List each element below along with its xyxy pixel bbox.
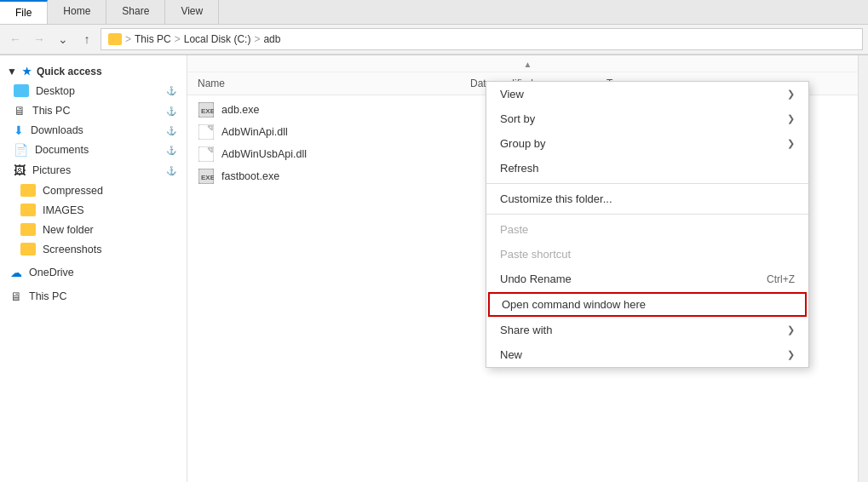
svg-text:EXE: EXE [201,107,214,115]
pin-icon: ⚓ [166,86,176,95]
dll-icon-2 [198,146,215,163]
sidebar-item-thispc-small[interactable]: 🖥 This PC ⚓ [0,100,187,121]
recent-locations-button[interactable]: ⌄ [53,29,73,49]
quick-access-label: Quick access [37,66,102,77]
pin-icon-5: ⚓ [166,166,176,175]
tab-share[interactable]: Share [106,0,165,24]
ctx-sort-by-label: Sort by [500,112,787,125]
downloads-icon: ⬇ [14,124,24,136]
col-name-header: Name [198,77,470,89]
sidebar-item-pictures[interactable]: 🖼 Pictures ⚓ [0,160,187,181]
exe-icon-1: EXE [198,101,215,118]
pin-icon-4: ⚓ [166,146,176,155]
path-separator-3: > [254,33,260,45]
pin-icon-2: ⚓ [166,106,176,116]
downloads-label: Downloads [31,124,159,136]
images-folder-icon [20,204,36,216]
onedrive-icon: ☁ [10,266,22,279]
ctx-open-command[interactable]: Open command window here [488,292,807,317]
ctx-undo-rename[interactable]: Undo Rename Ctrl+Z [486,267,808,291]
ctx-open-command-label: Open command window here [502,298,793,311]
path-separator-2: > [175,33,181,45]
up-button[interactable]: ↑ [77,29,97,49]
desktop-label: Desktop [36,85,159,97]
ctx-undo-rename-label: Undo Rename [500,273,767,285]
sidebar-item-screenshots[interactable]: Screenshots [0,239,187,259]
tab-home[interactable]: Home [48,0,106,24]
chevron-down-icon: ▼ [7,66,17,77]
sidebar-item-documents[interactable]: 📄 Documents ⚓ [0,140,187,160]
ctx-customize-label: Customize this folder... [500,192,795,205]
quick-access-section: ▼ ★ Quick access Desktop ⚓ 🖥 This PC ⚓ ⬇… [0,62,187,259]
pin-icon-3: ⚓ [166,126,176,135]
main-area: ▼ ★ Quick access Desktop ⚓ 🖥 This PC ⚓ ⬇… [0,55,868,482]
desktop-folder-icon [14,84,29,97]
ctx-group-by[interactable]: Group by ❯ [486,131,808,156]
thispc-main-label: This PC [29,290,176,302]
thispc-section: 🖥 This PC [0,286,187,307]
exe-icon-2: EXE [198,168,215,185]
documents-label: Documents [35,144,159,156]
path-adb[interactable]: adb [263,33,280,45]
ctx-new[interactable]: New ❯ [486,342,808,367]
address-bar: ← → ⌄ ↑ > This PC > Local Disk (C:) > ad… [0,25,868,55]
pictures-icon: 🖼 [14,164,26,177]
address-path[interactable]: > This PC > Local Disk (C:) > adb [101,28,863,50]
ctx-view[interactable]: View ❯ [486,82,808,106]
ctx-new-label: New [500,348,787,361]
ctx-customize[interactable]: Customize this folder... [486,186,808,211]
path-thispc[interactable]: This PC [135,33,171,45]
onedrive-section: ☁ OneDrive [0,262,187,283]
scroll-up[interactable]: ▲ [187,55,868,72]
sidebar-item-onedrive[interactable]: ☁ OneDrive [0,262,187,283]
ctx-sort-by[interactable]: Sort by ❯ [486,106,808,131]
ctx-refresh-label: Refresh [500,162,795,175]
screenshots-label: Screenshots [43,244,176,255]
sidebar-item-compressed[interactable]: Compressed [0,181,187,200]
ctx-undo-shortcut: Ctrl+Z [767,273,795,285]
chevron-up-icon: ▲ [524,60,532,69]
ctx-paste-shortcut: Paste shortcut [486,242,808,267]
quick-access-header[interactable]: ▼ ★ Quick access [0,62,187,81]
svg-text:EXE: EXE [201,174,214,181]
images-label: IMAGES [43,204,176,216]
scrollbar-right[interactable] [858,55,868,482]
onedrive-label: OneDrive [29,267,176,278]
sidebar-item-newfolder[interactable]: New folder [0,220,187,239]
path-folder-icon [108,33,122,45]
ctx-share-with[interactable]: Share with ❯ [486,318,808,342]
thispc-main-icon: 🖥 [10,290,22,303]
sidebar-item-thispc[interactable]: 🖥 This PC [0,286,187,307]
ribbon: File Home Share View ← → ⌄ ↑ > This PC >… [0,0,868,55]
ctx-share-arrow: ❯ [787,324,795,336]
sidebar-item-desktop[interactable]: Desktop ⚓ [0,81,187,100]
file-name-1: adb.exe [221,104,259,116]
tab-file[interactable]: File [0,0,48,24]
dll-icon-1 [198,123,215,141]
compressed-label: Compressed [43,185,176,197]
forward-button[interactable]: → [29,29,49,49]
ctx-view-label: View [500,88,787,100]
thispc-small-icon: 🖥 [14,104,26,118]
pictures-label: Pictures [32,164,159,176]
ctx-paste-label: Paste [500,223,795,236]
sidebar-item-downloads[interactable]: ⬇ Downloads ⚓ [0,121,187,140]
compressed-folder-icon [20,184,36,197]
ctx-new-arrow: ❯ [787,349,795,360]
sidebar: ▼ ★ Quick access Desktop ⚓ 🖥 This PC ⚓ ⬇… [0,55,187,482]
ctx-sep-2 [486,214,808,215]
ctx-group-by-label: Group by [500,137,787,150]
ctx-sep-1 [486,183,808,184]
ctx-paste-shortcut-label: Paste shortcut [500,248,795,261]
sidebar-item-images[interactable]: IMAGES [0,200,187,220]
ctx-refresh[interactable]: Refresh [486,156,808,181]
ctx-paste: Paste [486,217,808,242]
thispc-small-label: This PC [32,105,159,117]
ctx-sort-arrow: ❯ [787,113,795,124]
star-icon: ★ [22,66,32,77]
path-localdisk[interactable]: Local Disk (C:) [184,33,251,45]
back-button[interactable]: ← [5,29,26,49]
newfolder-folder-icon [20,223,36,236]
tab-view[interactable]: View [165,0,219,24]
file-name-3: AdbWinUsbApi.dll [221,148,307,160]
